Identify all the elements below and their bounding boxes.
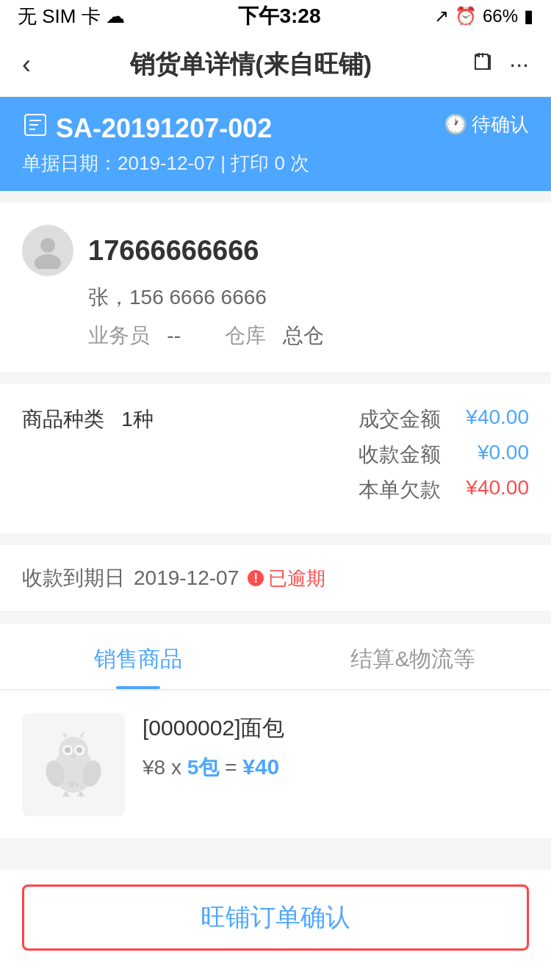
order-id-text: SA-20191207-002: [56, 113, 272, 144]
tab-sales-label: 销售商品: [94, 646, 182, 671]
customer-section: 17666666666 张，156 6666 6666 业务员 -- 仓库 总仓: [0, 203, 551, 372]
svg-marker-11: [62, 731, 68, 738]
customer-top: 17666666666: [22, 225, 529, 276]
page-title: 销货单详情(来自旺铺): [130, 48, 372, 82]
order-status: 🕐 待确认: [444, 112, 529, 137]
due-date-label: 收款到期日: [22, 564, 125, 592]
svg-point-8: [65, 747, 71, 753]
status-time: 下午3:28: [238, 2, 320, 30]
confirm-order-button[interactable]: 旺铺订单确认: [22, 884, 529, 951]
customer-meta: 业务员 -- 仓库 总仓: [88, 322, 529, 350]
no-sim-text: 无 SIM 卡 ☁: [18, 4, 125, 29]
tab-settlement[interactable]: 结算&物流等: [276, 624, 551, 689]
warehouse-value: 总仓: [283, 324, 324, 347]
svg-point-9: [76, 747, 82, 753]
nav-bar: ‹ 销货单详情(来自旺铺) ···: [0, 32, 551, 97]
due-date-value: 2019-12-07: [134, 566, 239, 590]
overdue-icon: !: [248, 570, 264, 586]
transaction-label: 成交金额: [359, 406, 441, 433]
overdue-badge: ! 已逾期: [248, 566, 325, 591]
total-price: ¥40: [242, 754, 279, 779]
owed-label: 本单欠款: [359, 476, 441, 504]
svg-point-2: [40, 238, 55, 253]
received-value: ¥0.00: [455, 441, 529, 469]
equals: =: [219, 756, 242, 779]
product-price: ¥8 x 5包 = ¥40: [143, 754, 529, 782]
salesperson-field: 业务员 --: [88, 322, 181, 350]
warehouse-field: 仓库 总仓: [225, 322, 324, 350]
tabs-section: 销售商品 结算&物流等: [0, 624, 551, 690]
customer-phone: 17666666666: [88, 235, 259, 267]
due-date-section: 收款到期日 2019-12-07 ! 已逾期: [0, 545, 551, 612]
order-date: 单据日期：2019-12-07 | 打印 0 次: [22, 151, 309, 176]
product-name: [0000002]面包: [143, 713, 529, 743]
tab-settlement-label: 结算&物流等: [350, 646, 475, 671]
types-label: 商品种类: [22, 408, 104, 430]
transaction-value: ¥40.00: [455, 406, 529, 433]
battery-icon: ▮: [524, 6, 533, 26]
salesperson-label: 业务员: [88, 324, 150, 347]
svg-point-3: [35, 254, 61, 269]
order-header-banner: SA-20191207-002 单据日期：2019-12-07 | 打印 0 次…: [0, 97, 551, 191]
owed-amount-row: 本单欠款 ¥40.00: [359, 476, 529, 504]
status-right: ↗ ⏰ 66% ▮: [434, 6, 533, 26]
received-amount-row: 收款金额 ¥0.00: [359, 441, 529, 469]
status-bar: 无 SIM 卡 ☁ 下午3:28 ↗ ⏰ 66% ▮: [0, 0, 551, 32]
status-text: 待确认: [472, 112, 529, 137]
bottom-bar: 旺铺订单确认: [0, 870, 551, 980]
svg-marker-12: [79, 731, 85, 738]
summary-section: 商品种类 1种 成交金额 ¥40.00 收款金额 ¥0.00 本单欠款 ¥40.…: [0, 383, 551, 533]
transaction-amount-row: 成交金额 ¥40.00: [359, 406, 529, 433]
summary-left: 商品种类 1种: [22, 406, 359, 433]
summary-right: 成交金额 ¥40.00 收款金额 ¥0.00 本单欠款 ¥40.00: [359, 406, 529, 511]
product-info: [0000002]面包 ¥8 x 5包 = ¥40: [143, 713, 529, 782]
unit-price: ¥8 x: [143, 756, 187, 779]
alarm-icon: ⏰: [455, 6, 477, 26]
order-id-icon: [22, 112, 48, 145]
tab-sales-products[interactable]: 销售商品: [0, 624, 276, 689]
order-id: SA-20191207-002: [22, 112, 309, 145]
back-button[interactable]: ‹: [22, 49, 31, 80]
warehouse-label: 仓库: [225, 324, 266, 347]
product-types: 商品种类 1种: [22, 406, 359, 433]
nav-actions: ···: [471, 50, 529, 79]
location-icon: ↗: [434, 6, 449, 26]
clock-icon: 🕐: [444, 113, 467, 136]
more-icon[interactable]: ···: [509, 51, 529, 78]
status-left: 无 SIM 卡 ☁: [18, 4, 125, 29]
received-label: 收款金额: [359, 441, 441, 469]
overdue-text: 已逾期: [268, 566, 325, 591]
product-section: 管+ [0000002]面包 ¥8 x 5包 = ¥40: [0, 691, 551, 838]
product-image: 管+: [22, 713, 125, 816]
customer-name-phone: 张，156 6666 6666: [88, 284, 529, 311]
quantity: 5包: [187, 756, 220, 779]
share-icon[interactable]: [471, 50, 494, 79]
svg-text:管+: 管+: [68, 780, 79, 788]
owed-value: ¥40.00: [455, 476, 529, 504]
types-value: 1种: [121, 408, 154, 430]
customer-avatar: [22, 225, 73, 276]
battery-text: 66%: [483, 6, 518, 26]
salesperson-value: --: [167, 324, 181, 347]
